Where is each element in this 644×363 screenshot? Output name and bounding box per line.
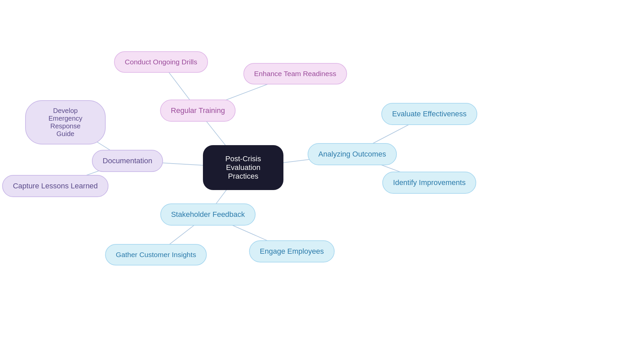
capture-lessons-node[interactable]: Capture Lessons Learned (2, 175, 108, 197)
enhance-readiness-node[interactable]: Enhance Team Readiness (244, 63, 347, 84)
engage-employees-node[interactable]: Engage Employees (249, 240, 335, 262)
gather-insights-node[interactable]: Gather Customer Insights (105, 244, 207, 265)
mindmap-canvas: Post-Crisis Evaluation PracticesRegular … (0, 0, 644, 363)
stakeholder-feedback-node[interactable]: Stakeholder Feedback (160, 203, 256, 226)
center-node[interactable]: Post-Crisis Evaluation Practices (203, 145, 283, 190)
identify-improvements-node[interactable]: Identify Improvements (382, 172, 476, 194)
regular-training-node[interactable]: Regular Training (160, 100, 235, 122)
documentation-node[interactable]: Documentation (92, 150, 163, 172)
develop-guide-node[interactable]: Develop Emergency Response Guide (25, 100, 106, 144)
evaluate-effectiveness-node[interactable]: Evaluate Effectiveness (381, 103, 477, 125)
analyzing-outcomes-node[interactable]: Analyzing Outcomes (308, 143, 397, 165)
conduct-drills-node[interactable]: Conduct Ongoing Drills (114, 51, 208, 73)
